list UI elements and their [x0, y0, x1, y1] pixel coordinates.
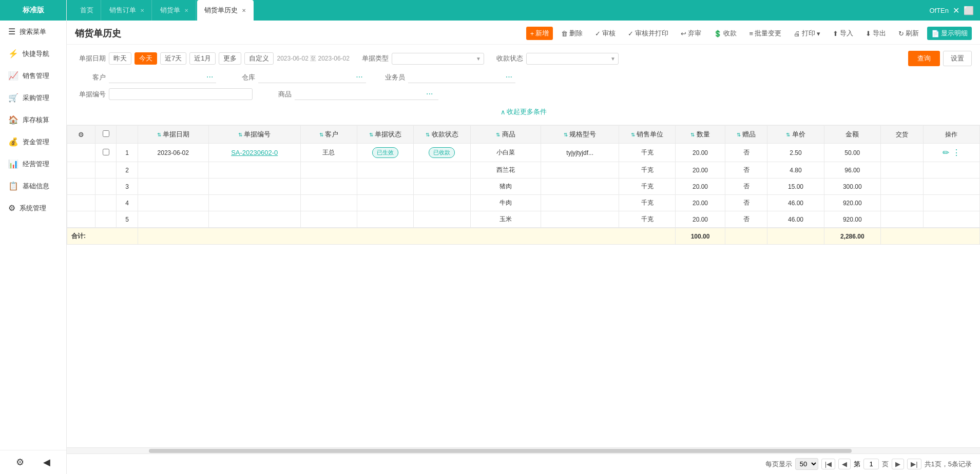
doc-type-select[interactable]: [392, 53, 484, 65]
horizontal-scrollbar[interactable]: [67, 447, 980, 453]
topbar-expand-icon[interactable]: ⬜: [964, 6, 974, 15]
tab-sales-history[interactable]: 销货单历史 ✕: [197, 0, 254, 21]
settings-icon[interactable]: ⚙: [16, 457, 24, 468]
sidebar-item-basic-info[interactable]: 📋 基础信息: [0, 175, 66, 197]
page-number-input[interactable]: 1: [863, 459, 879, 469]
goods-cell: 玉米: [470, 211, 541, 228]
date-custom[interactable]: 自定义: [244, 52, 274, 65]
col-amount[interactable]: 金额: [824, 126, 880, 144]
qty-cell: 20.00: [676, 179, 725, 195]
date-today[interactable]: 今天: [134, 52, 157, 65]
sidebar-item-search-menu[interactable]: ☰ 搜索菜单: [0, 21, 66, 43]
col-price[interactable]: ⇅ 单价: [767, 126, 824, 144]
tab-home[interactable]: 首页: [73, 0, 101, 21]
sort-gift-icon: ⇅: [737, 132, 741, 137]
sidebar-item-operations[interactable]: 📊 经营管理: [0, 153, 66, 175]
sidebar-item-quick-nav[interactable]: ⚡ 快捷导航: [0, 43, 66, 65]
last-page-button[interactable]: ▶|: [907, 459, 921, 469]
row-checkbox[interactable]: [103, 149, 109, 155]
customer-input[interactable]: [109, 72, 203, 83]
row-checkbox-cell[interactable]: [95, 144, 117, 162]
col-qty[interactable]: ⇅ 数量: [676, 126, 725, 144]
collapse-button[interactable]: ∧ 收起更多条件: [498, 105, 549, 118]
col-spec[interactable]: ⇅ 规格型号: [541, 126, 619, 144]
refresh-button[interactable]: ↻ 刷新: [894, 27, 923, 40]
audit-print-button[interactable]: ✓ 审核并打印: [624, 27, 672, 40]
abandon-button[interactable]: ↩ 弃审: [677, 27, 705, 40]
audit-button[interactable]: ✓ 审核: [591, 27, 620, 40]
sidebar-item-sys-mgmt[interactable]: ⚙ 系统管理: [0, 197, 66, 219]
total-info: 共1页，5条记录: [925, 460, 972, 469]
warehouse-ellipsis[interactable]: ···: [353, 71, 366, 83]
pay-status-select[interactable]: [526, 53, 619, 65]
batch-change-button[interactable]: ≡ 批量变更: [745, 27, 785, 40]
warehouse-input[interactable]: [258, 72, 353, 83]
more-ops-button[interactable]: ⋮: [951, 148, 962, 157]
col-checkbox[interactable]: [95, 126, 117, 144]
row-checkbox-cell[interactable]: [95, 162, 117, 179]
tab-sales-delivery[interactable]: 销货单 ✕: [153, 0, 196, 21]
col-doc-status[interactable]: ⇅ 单据状态: [357, 126, 414, 144]
col-unit[interactable]: ⇅ 销售单位: [619, 126, 676, 144]
goods-input[interactable]: [295, 89, 423, 100]
collapse-up-icon: ∧: [501, 108, 506, 116]
col-doc-no[interactable]: ⇅ 单据编号: [208, 126, 300, 144]
quick-nav-icon: ⚡: [8, 49, 18, 58]
row-checkbox-cell[interactable]: [95, 195, 117, 211]
doc-no-cell: [208, 211, 300, 228]
summary-qty: 100.00: [676, 228, 725, 245]
doc-date-cell: [138, 195, 208, 211]
import-button[interactable]: ⬆ 导入: [829, 27, 857, 40]
row-checkbox-cell[interactable]: [95, 179, 117, 195]
export-button[interactable]: ⬇ 导出: [861, 27, 890, 40]
goods-ellipsis[interactable]: ···: [423, 88, 436, 100]
table-row: 5玉米千克20.00否46.00920.00: [67, 211, 980, 228]
date-1month[interactable]: 近1月: [189, 52, 216, 65]
customer-ellipsis[interactable]: ···: [203, 71, 216, 83]
staff-input[interactable]: [408, 72, 503, 83]
tab-sales-order[interactable]: 销售订单 ✕: [102, 0, 152, 21]
col-gift[interactable]: ⇅ 赠品: [725, 126, 767, 144]
sidebar-item-purchase-mgmt[interactable]: 🛒 采购管理: [0, 87, 66, 109]
staff-label: 业务员: [374, 73, 405, 82]
col-doc-date[interactable]: ⇅ 单据日期: [138, 126, 208, 144]
date-yesterday[interactable]: 昨天: [109, 52, 131, 65]
col-settings[interactable]: ⚙: [67, 126, 95, 144]
doc-no-input[interactable]: [109, 88, 253, 100]
query-button[interactable]: 查询: [908, 51, 940, 66]
row-checkbox-cell[interactable]: [95, 211, 117, 228]
delete-button[interactable]: 🗑 删除: [557, 27, 587, 40]
col-pay-status[interactable]: ⇅ 收款状态: [414, 126, 470, 144]
first-page-button[interactable]: |◀: [821, 459, 835, 469]
summary-price-empty: [767, 228, 824, 245]
col-customer[interactable]: ⇅ 客户: [300, 126, 357, 144]
receive-button[interactable]: 💲 收款: [709, 27, 741, 40]
sidebar-item-finance[interactable]: 💰 资金管理: [0, 131, 66, 153]
edit-button[interactable]: ✏: [941, 148, 951, 157]
show-detail-button[interactable]: 📄 显示明细: [927, 27, 972, 40]
sales-mgmt-icon: 📈: [8, 71, 18, 81]
topbar-close-icon[interactable]: ✕: [953, 6, 959, 15]
collapse-sidebar-icon[interactable]: ◀: [43, 457, 50, 468]
page-size-select[interactable]: 50: [795, 458, 818, 470]
sidebar-item-inventory[interactable]: 🏠 库存核算: [0, 109, 66, 131]
next-page-button[interactable]: ▶: [892, 459, 904, 469]
main-table: ⚙ ⇅ 单据日期 ⇅ 单据编号: [67, 125, 980, 245]
prev-page-button[interactable]: ◀: [838, 459, 851, 469]
select-all-checkbox[interactable]: [103, 130, 109, 137]
filter-settings-button[interactable]: 设置: [943, 51, 972, 66]
date-7days[interactable]: 近7天: [160, 52, 186, 65]
add-icon: +: [530, 30, 534, 37]
amount-cell: 96.00: [824, 162, 880, 179]
close-sales-order-tab[interactable]: ✕: [140, 8, 144, 13]
add-button[interactable]: + 新增: [526, 27, 553, 40]
staff-ellipsis[interactable]: ···: [503, 71, 515, 83]
close-sales-delivery-tab[interactable]: ✕: [184, 8, 188, 13]
date-more[interactable]: 更多: [219, 52, 241, 65]
doc-no-link[interactable]: SA-20230602-0: [231, 149, 278, 156]
sidebar-item-sales-mgmt[interactable]: 📈 销售管理: [0, 65, 66, 87]
col-goods[interactable]: ⇅ 商品: [470, 126, 541, 144]
scroll-thumb[interactable]: [149, 449, 852, 453]
print-button[interactable]: 🖨 打印 ▾: [790, 27, 824, 40]
close-sales-history-tab[interactable]: ✕: [242, 8, 246, 13]
